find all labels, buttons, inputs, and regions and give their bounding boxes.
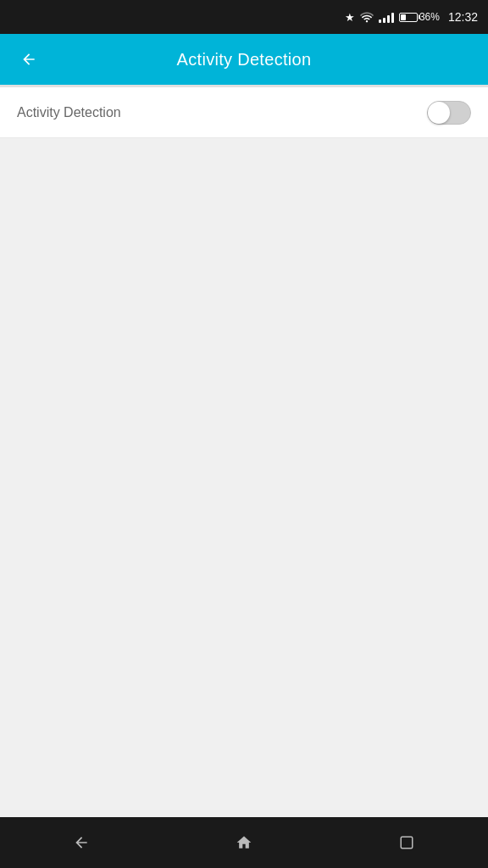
activity-detection-row: Activity Detection (0, 87, 488, 138)
nav-home-button[interactable] (219, 826, 269, 860)
back-button[interactable] (14, 44, 44, 75)
battery-fill (401, 14, 406, 20)
star-icon: ★ (345, 11, 355, 24)
status-bar: ★ 36% 12:32 (0, 0, 488, 34)
activity-detection-label: Activity Detection (17, 105, 121, 120)
status-time: 12:32 (448, 10, 478, 24)
status-icons: ★ 36% 12:32 (345, 10, 478, 24)
toggle-thumb (428, 102, 450, 124)
app-bar: Activity Detection (0, 34, 488, 85)
svg-rect-0 (401, 837, 413, 849)
battery-indicator: 36% (399, 11, 440, 23)
wifi-icon (360, 12, 374, 23)
nav-back-button[interactable] (56, 826, 107, 860)
app-bar-title: Activity Detection (0, 50, 488, 70)
main-content: Activity Detection (0, 87, 488, 817)
battery-percent: 36% (419, 11, 440, 23)
nav-bar (0, 817, 488, 868)
empty-area (0, 138, 488, 817)
nav-recent-button[interactable] (381, 826, 432, 860)
activity-detection-toggle[interactable] (427, 101, 471, 125)
signal-icon (379, 12, 394, 23)
battery-box (399, 13, 418, 22)
toggle-track (427, 101, 471, 125)
